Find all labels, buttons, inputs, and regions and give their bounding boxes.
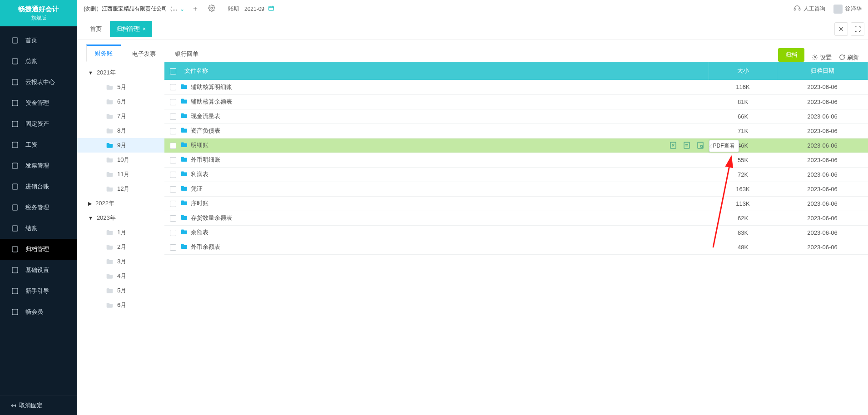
row-checkbox[interactable] (170, 201, 176, 207)
tree-month-label: 7月 (117, 112, 126, 120)
tree-month[interactable]: 6月 (77, 298, 164, 312)
tree-month[interactable]: 1月 (77, 225, 164, 240)
tree-month[interactable]: 9月 (77, 138, 164, 153)
user-menu[interactable]: 徐泽华 (833, 5, 862, 14)
close-tab-button[interactable]: ✕ (834, 22, 848, 36)
export-excel-icon[interactable] (669, 141, 677, 149)
tree-month-label: 5月 (117, 287, 126, 295)
archive-button[interactable]: 归档 (778, 48, 804, 62)
row-checkbox[interactable] (170, 99, 176, 105)
tree-year-2[interactable]: ▼2023年 (77, 211, 164, 225)
cell-date: 2023-06-06 (777, 182, 868, 196)
sidebar-item-6[interactable]: 发票管理 (0, 155, 77, 176)
close-icon[interactable]: × (143, 26, 146, 32)
file-name: 存货数量余额表 (191, 214, 232, 221)
consult-button[interactable]: 人工咨询 (794, 5, 825, 13)
row-checkbox[interactable] (170, 157, 176, 163)
chevron-down-icon[interactable]: ⌄ (180, 6, 184, 12)
tree-month[interactable]: 11月 (77, 167, 164, 182)
table-row[interactable]: 存货数量余额表62K2023-06-06 (164, 211, 868, 225)
sidebar-item-10[interactable]: 归档管理 (0, 239, 77, 260)
table-row[interactable]: 余额表83K2023-06-06 (164, 225, 868, 240)
sidebar-item-13[interactable]: 畅会员 (0, 301, 77, 322)
table-row[interactable]: 辅助核算明细账116K2023-06-06 (164, 80, 868, 94)
row-checkbox[interactable] (170, 172, 176, 178)
table-row[interactable]: 现金流量表66K2023-06-06 (164, 109, 868, 124)
table-row[interactable]: 凭证163K2023-06-06 (164, 182, 868, 196)
sidebar-item-label: 首页 (25, 36, 37, 44)
row-checkbox[interactable] (170, 230, 176, 236)
folder-icon (106, 272, 114, 280)
nav-icon (11, 183, 19, 191)
tree-month[interactable]: 10月 (77, 153, 164, 167)
sidebar-item-label: 新手引导 (25, 287, 49, 295)
file-name: 现金流量表 (191, 113, 220, 119)
view-pdf-icon[interactable] (696, 141, 704, 149)
tab-label: 归档管理 (116, 25, 140, 33)
add-company-button[interactable]: ＋ (192, 4, 199, 14)
sidebar-item-11[interactable]: 基础设置 (0, 260, 77, 281)
table-row[interactable]: 资产负债表71K2023-06-06 (164, 124, 868, 138)
tree-month[interactable]: 12月 (77, 182, 164, 196)
col-name: 文件名称 (164, 62, 709, 80)
tree-month[interactable]: 6月 (77, 94, 164, 109)
sidebar-unpin[interactable]: ↤ 取消固定 (0, 395, 77, 415)
cell-name: 外币明细账 (164, 153, 709, 167)
svg-rect-12 (12, 288, 18, 294)
row-checkbox[interactable] (170, 114, 176, 120)
sidebar-item-7[interactable]: 进销台账 (0, 176, 77, 197)
sidebar-item-5[interactable]: 工资 (0, 134, 77, 155)
tree-month[interactable]: 8月 (77, 124, 164, 138)
folder-icon (106, 301, 114, 309)
tree-month-label: 12月 (117, 185, 129, 193)
subtab-1[interactable]: 电子发票 (124, 44, 164, 62)
row-checkbox[interactable] (170, 186, 176, 193)
folder-icon (106, 127, 114, 135)
company-settings-icon[interactable] (208, 5, 215, 14)
page-tab-0[interactable]: 首页 (84, 21, 108, 37)
tree-month[interactable]: 3月 (77, 254, 164, 269)
table-row[interactable]: 明细账46K2023-06-06 (164, 138, 868, 153)
tree-year-0[interactable]: ▼2021年 (77, 65, 164, 80)
sidebar-item-12[interactable]: 新手引导 (0, 281, 77, 301)
cell-size: 66K (709, 109, 777, 124)
sidebar-item-9[interactable]: 结账 (0, 218, 77, 239)
table-row[interactable]: 序时账113K2023-06-06 (164, 196, 868, 211)
table-row[interactable]: 利润表72K2023-06-06 (164, 167, 868, 182)
row-checkbox[interactable] (170, 244, 176, 251)
tab-controls: ✕ ⛶ (832, 18, 868, 40)
export-pdf-icon[interactable] (683, 141, 691, 149)
select-all-checkbox[interactable] (170, 68, 176, 74)
row-checkbox[interactable] (170, 143, 176, 149)
sidebar-item-8[interactable]: 税务管理 (0, 197, 77, 218)
sidebar-item-3[interactable]: 资金管理 (0, 93, 77, 114)
tree-month[interactable]: 4月 (77, 269, 164, 283)
settings-button[interactable]: 设置 (812, 54, 832, 62)
period-selector[interactable]: 2021-09 (244, 5, 274, 13)
table-row[interactable]: 外币余额表48K2023-06-06 (164, 240, 868, 254)
tree-month[interactable]: 5月 (77, 283, 164, 298)
tree-month[interactable]: 5月 (77, 80, 164, 94)
row-checkbox[interactable] (170, 128, 176, 134)
table-row[interactable]: 外币明细账55K2023-06-06 (164, 153, 868, 167)
subtab-2[interactable]: 银行回单 (167, 44, 207, 62)
tree-year-1[interactable]: ▶2022年 (77, 196, 164, 211)
company-selector[interactable]: (勿删）江西服宝精品有限责任公司（... (84, 5, 177, 13)
sidebar-item-0[interactable]: 首页 (0, 30, 77, 51)
sidebar-item-4[interactable]: 固定资产 (0, 114, 77, 134)
tree-month[interactable]: 7月 (77, 109, 164, 124)
page-tab-1[interactable]: 归档管理× (110, 21, 152, 37)
refresh-button[interactable]: 刷新 (839, 54, 859, 62)
sidebar-item-2[interactable]: 云报表中心 (0, 72, 77, 93)
fullscreen-button[interactable]: ⛶ (851, 22, 864, 36)
cell-date: 2023-06-06 (777, 211, 868, 225)
row-checkbox[interactable] (170, 215, 176, 222)
cell-date: 2023-06-06 (777, 124, 868, 138)
cell-size: 71K (709, 124, 777, 138)
subtab-0[interactable]: 财务账 (86, 44, 121, 62)
tree-month-label: 8月 (117, 127, 126, 135)
tree-month[interactable]: 2月 (77, 240, 164, 254)
sidebar-item-1[interactable]: 总账 (0, 51, 77, 72)
row-checkbox[interactable] (170, 84, 176, 90)
table-row[interactable]: 辅助核算余额表81K2023-06-06 (164, 94, 868, 109)
